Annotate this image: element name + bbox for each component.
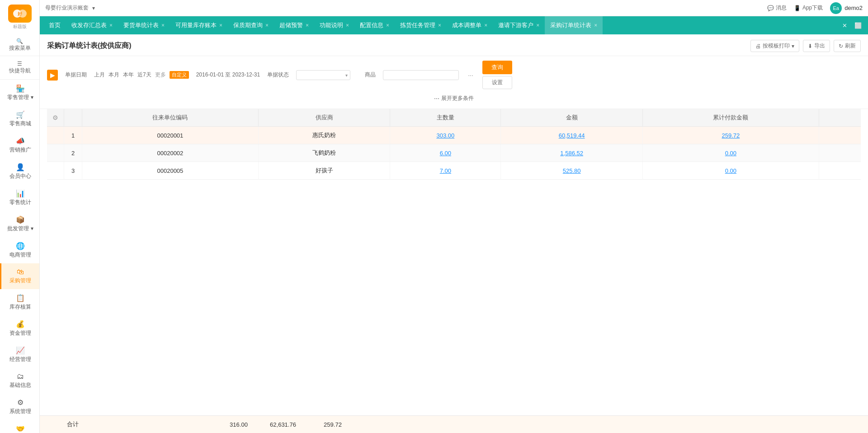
sidebar-item-member[interactable]: 👤 会员中心 bbox=[0, 158, 39, 185]
svg-text:好: 好 bbox=[17, 11, 23, 16]
col-qty: 主数量 bbox=[390, 109, 501, 127]
window-restore-button[interactable]: ⬜ bbox=[852, 20, 864, 31]
row-amount[interactable]: 525.80 bbox=[501, 162, 643, 180]
footer-label-text: 合计 bbox=[67, 421, 79, 428]
nav-item-home[interactable]: 首页 bbox=[43, 16, 66, 34]
wholesale-icon: 📦 bbox=[16, 215, 25, 224]
sidebar-item-retail-stats-label: 零售统计 bbox=[9, 199, 31, 206]
row-no: 3 bbox=[64, 162, 82, 180]
row-qty[interactable]: 6.00 bbox=[390, 144, 501, 162]
quick-nav-button[interactable]: ☰ 快捷导航 bbox=[0, 58, 39, 77]
row-paid[interactable]: 0.00 bbox=[642, 162, 819, 180]
available-stock-close[interactable]: × bbox=[219, 22, 222, 29]
nav-item-cost-adjust[interactable]: 成本调整单 × bbox=[447, 16, 493, 34]
search-icon: 🔍 bbox=[16, 38, 23, 44]
receive-summary-close[interactable]: × bbox=[109, 22, 113, 29]
sidebar-item-retail-stats[interactable]: 📊 零售统计 bbox=[0, 185, 39, 211]
row-qty[interactable]: 303.00 bbox=[390, 127, 501, 144]
shortcut-7days[interactable]: 近7天 bbox=[137, 71, 151, 79]
sidebar-item-basic[interactable]: 🗂 基础信息 bbox=[0, 368, 39, 394]
sidebar-item-ops[interactable]: 📈 经营管理 bbox=[0, 342, 39, 368]
status-select-wrapper bbox=[296, 70, 350, 80]
row-supplier-name: 飞鹤奶粉 bbox=[258, 144, 390, 162]
shortcut-this-year[interactable]: 本年 bbox=[123, 71, 134, 79]
nav-item-available-stock[interactable]: 可用量库存账本 × bbox=[170, 16, 228, 34]
sidebar-item-enterprise-collab[interactable]: 🤝 企业协同 bbox=[0, 420, 39, 433]
cost-adjust-close[interactable]: × bbox=[484, 22, 487, 29]
search-button[interactable]: 查询 bbox=[482, 61, 512, 74]
filter-row-1: ▶ 单据日期 上月 本月 本年 近7天 更多 自定义 2016-01-01 至 … bbox=[47, 61, 861, 89]
nav-item-overstock[interactable]: 超储预警 × bbox=[274, 16, 314, 34]
col-extra bbox=[819, 109, 861, 127]
row-supplier-code[interactable]: 00020005 bbox=[82, 162, 259, 180]
overstock-close[interactable]: × bbox=[306, 22, 309, 29]
col-no bbox=[64, 109, 82, 127]
goods-input[interactable] bbox=[383, 70, 459, 80]
goods-more-button[interactable]: ··· bbox=[466, 71, 475, 79]
row-amount[interactable]: 1,586.52 bbox=[501, 144, 643, 162]
sidebar-item-ecommerce[interactable]: 🌐 电商管理 bbox=[0, 237, 39, 263]
nav-item-goods-summary[interactable]: 要货单统计表 × bbox=[118, 16, 170, 34]
search-menu-button[interactable]: 🔍 搜索菜单 bbox=[0, 36, 39, 54]
refresh-icon: ↻ bbox=[839, 43, 843, 49]
sidebar-item-inventory[interactable]: 📋 库存核算 bbox=[0, 289, 39, 315]
sidebar-item-purchase[interactable]: 🛍 采购管理 bbox=[0, 263, 39, 289]
user-profile[interactable]: Ea demo2 bbox=[830, 2, 863, 14]
expand-conditions-button[interactable]: ⋯ 展开更多条件 bbox=[430, 93, 477, 104]
nav-item-invite[interactable]: 邀请下游客户 × bbox=[493, 16, 545, 34]
row-paid[interactable]: 0.00 bbox=[642, 144, 819, 162]
nav-item-receive-summary[interactable]: 收发存汇总表 × bbox=[66, 16, 118, 34]
sidebar-item-retail-shop[interactable]: 🛒 零售商城 bbox=[0, 106, 39, 132]
status-select[interactable] bbox=[296, 70, 350, 80]
row-paid[interactable]: 259.72 bbox=[642, 127, 819, 144]
expiry-close[interactable]: × bbox=[265, 22, 269, 29]
message-icon: 💬 bbox=[767, 5, 774, 11]
column-settings-icon[interactable]: ⚙ bbox=[52, 114, 58, 121]
col-paid: 累计付款金额 bbox=[642, 109, 819, 127]
config-close[interactable]: × bbox=[386, 22, 389, 29]
nav-item-function[interactable]: 功能说明 × bbox=[314, 16, 354, 34]
shortcut-last-month[interactable]: 上月 bbox=[94, 71, 105, 79]
export-button[interactable]: ⬇ 导出 bbox=[803, 40, 830, 52]
row-qty[interactable]: 7.00 bbox=[390, 162, 501, 180]
custom-date-badge[interactable]: 自定义 bbox=[170, 71, 189, 79]
goods-summary-close[interactable]: × bbox=[161, 22, 165, 29]
invite-close[interactable]: × bbox=[536, 22, 539, 29]
cost-adjust-label: 成本调整单 bbox=[452, 21, 481, 29]
print-button[interactable]: 🖨 按模板打印 ▾ bbox=[750, 40, 799, 52]
print-label: 按模板打印 bbox=[763, 42, 790, 50]
row-supplier-code[interactable]: 00020001 bbox=[82, 127, 259, 144]
retail-manage-icon: 🏪 bbox=[16, 84, 25, 93]
settings-button[interactable]: 设置 bbox=[482, 76, 512, 89]
refresh-button[interactable]: ↻ 刷新 bbox=[834, 40, 861, 52]
sidebar-item-capital[interactable]: 💰 资金管理 bbox=[0, 315, 39, 342]
basic-icon: 🗂 bbox=[17, 372, 24, 381]
shortcut-this-month[interactable]: 本月 bbox=[108, 71, 119, 79]
window-close-button[interactable]: ✕ bbox=[840, 20, 850, 31]
purchase-summary-close[interactable]: × bbox=[594, 22, 597, 29]
function-close[interactable]: × bbox=[346, 22, 349, 29]
pick-task-label: 拣货任务管理 bbox=[400, 21, 435, 29]
message-button[interactable]: 💬 消息 bbox=[767, 4, 787, 12]
expand-label: 展开更多条件 bbox=[441, 95, 474, 102]
nav-item-config[interactable]: 配置信息 × bbox=[354, 16, 395, 34]
row-supplier-code[interactable]: 00020002 bbox=[82, 144, 259, 162]
shortcut-more[interactable]: 更多 bbox=[155, 71, 166, 79]
expiry-label: 保质期查询 bbox=[233, 21, 263, 29]
sidebar-item-marketing[interactable]: 📣 营销推广 bbox=[0, 132, 39, 158]
row-amount[interactable]: 60,519.44 bbox=[501, 127, 643, 144]
sidebar-item-system[interactable]: ⚙ 系统管理 bbox=[0, 394, 39, 420]
sidebar-item-wholesale[interactable]: 📦 批发管理 ▾ bbox=[0, 211, 39, 237]
footer-label: 合计 bbox=[45, 420, 217, 428]
search-menu-label: 搜索菜单 bbox=[9, 44, 31, 52]
nav-item-pick-task[interactable]: 拣货任务管理 × bbox=[395, 16, 447, 34]
header-row: ⚙ 往来单位编码 供应商 主数量 金额 累计付款金额 bbox=[47, 109, 861, 127]
sidebar-item-capital-label: 资金管理 bbox=[9, 329, 31, 337]
sidebar-item-retail-manage[interactable]: 🏪 零售管理 ▾ bbox=[0, 80, 39, 106]
app-logo[interactable]: 好 标题版 bbox=[0, 0, 39, 34]
nav-item-purchase-summary[interactable]: 采购订单统计表 × bbox=[545, 16, 603, 34]
app-download-button[interactable]: 📱 App下载 bbox=[794, 4, 823, 12]
pick-task-close[interactable]: × bbox=[438, 22, 441, 29]
nav-item-expiry[interactable]: 保质期查询 × bbox=[228, 16, 274, 34]
filter-toggle-button[interactable]: ▶ bbox=[47, 70, 58, 81]
